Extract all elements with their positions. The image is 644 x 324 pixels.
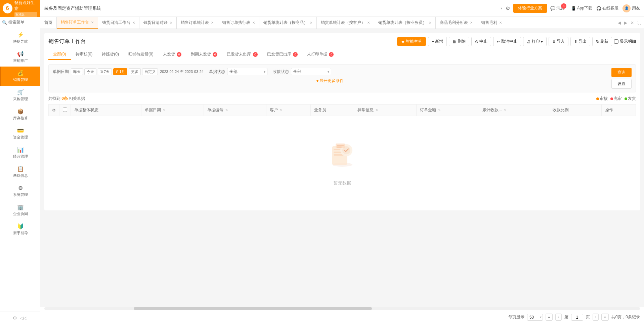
page-number-input[interactable]: 1 [571,314,583,321]
tab-close-cash-daily[interactable]: ✕ [132,21,135,25]
show-detail-checkbox[interactable] [614,39,618,44]
col-date-sort-icon[interactable]: ⇅ [163,109,166,112]
col-exception-header[interactable]: 异常信息 ⇅ [354,105,417,116]
tab-close-exec[interactable]: ✕ [252,21,255,25]
sidebar-item-finance[interactable]: 💳 资金管理 [0,124,40,143]
tab-sales-stats-staff[interactable]: 销货单统计表（按业务员） ✕ [374,17,436,29]
tab-close-margin[interactable]: ✕ [470,21,473,25]
date-btn-yesterday[interactable]: 昨天 [71,68,83,75]
tab-sales-stats-customer[interactable]: 销货单统计表（按客户） ✕ [317,17,374,29]
scrollbar-thumb[interactable] [134,307,372,310]
tab-close-stats[interactable]: ✕ [211,21,214,25]
subtab-all[interactable]: 全部(0) [48,49,71,60]
column-settings-icon[interactable]: ⚙ [52,108,56,113]
col-amount-header[interactable]: 订单金额 ⇅ [417,105,479,116]
batch-review-btn[interactable]: 审核 [596,96,608,102]
filter-expand-btn[interactable]: ▾ 展开更多条件 [316,78,344,84]
sidebar-item-marketing[interactable]: 📢 营销推广 [0,47,40,67]
col-customer-sort-icon[interactable]: ⇅ [280,109,283,112]
sidebar-item-enterprise[interactable]: 🏢 企业协同 [0,201,40,220]
col-ratio-header[interactable]: 收款比例 [549,105,602,116]
tab-sales-order-exec[interactable]: 销售订单执行表 ✕ [218,17,259,29]
tab-close-reconcile[interactable]: ✕ [170,21,172,25]
filter-payment-select[interactable]: 全部 已收款 未收款 [291,68,331,75]
prev-page-btn[interactable]: ‹ [555,314,561,321]
sidebar-item-base-info[interactable]: 📋 基础信息 [0,162,40,181]
query-btn[interactable]: 查询 [611,68,632,77]
sidebar-item-guide[interactable]: 🔰 新手引导 [0,220,40,239]
print-btn[interactable]: 🖨 打印 ▾ [523,37,547,46]
last-page-btn[interactable]: » [601,314,608,321]
select-all-checkbox[interactable] [63,108,67,112]
batch-cancel-btn[interactable]: 充审 [610,96,622,102]
scrollbar-track[interactable] [44,307,640,310]
import-btn[interactable]: ⬇ 导入 [549,37,568,46]
col-customer-header[interactable]: 客户 ⇅ [266,105,311,116]
tab-cash-daily-clear[interactable]: 钱货日清工作台 ✕ [98,17,139,29]
print-dropdown-icon[interactable]: ▾ [541,39,543,44]
sidebar-item-system[interactable]: ⚙ 系统管理 [0,181,40,201]
col-number-sort-icon[interactable]: ⇅ [225,109,228,112]
subtab-shipped-not-in[interactable]: 已发货未出库 0 [222,49,262,60]
sidebar-search[interactable]: 🔍 搜索菜单 [0,17,40,28]
sidebar-item-sales[interactable]: 💰 销售管理 [0,67,40,86]
date-btn-custom[interactable]: 自定义 [142,68,158,75]
next-page-btn[interactable]: › [593,314,599,321]
subtab-shipped-in[interactable]: 已发货已出库 0 [262,49,302,60]
tab-close-product[interactable]: ✕ [310,21,312,25]
tab-maximize-btn[interactable]: ⛶ [636,20,643,26]
page-size-select[interactable]: 10 20 50 100 [527,314,543,321]
settings-footer-btn[interactable]: ⚙ [13,315,17,321]
sidebar-item-operations[interactable]: 📊 经营管理 [0,143,40,162]
topbar-solution-btn[interactable]: 体验行业方案 [513,4,547,13]
subtab-pending-inspect[interactable]: 待拣货(0) [97,49,124,60]
col-status-header[interactable]: 单据整体状态 [71,105,141,116]
cancel-stop-btn[interactable]: ↩ 取消中止 [493,37,521,46]
date-btn-1month[interactable]: 近1月 [113,68,127,75]
subtab-not-shipped[interactable]: 未发货 0 [158,49,186,60]
sidebar-item-quick-nav[interactable]: ⚡ 快捷导航 [0,28,40,47]
col-number-header[interactable]: 单据编号 ⇅ [204,105,266,116]
col-settings-header[interactable]: ⚙ [49,105,59,116]
tab-goods-margin[interactable]: 商品毛利分析表 ✕ [436,17,477,29]
subtab-not-printed[interactable]: 未打印单据 0 [302,49,338,60]
topbar-settings-icon[interactable]: ⚙ [506,5,510,11]
col-amount-sort-icon[interactable]: ⇅ [438,109,441,112]
user-menu[interactable]: 👤 用友 [622,4,640,12]
tab-close-sales-margin[interactable]: ✕ [499,21,502,25]
stop-btn[interactable]: ⊘ 中止 [471,37,491,46]
batch-ship-btn[interactable]: 发货 [625,96,636,102]
delete-btn[interactable]: 🗑 删除 [449,37,469,46]
subtab-expired-not-shipped[interactable]: 到期未发货 0 [186,49,222,60]
message-btn[interactable]: 💬 6 消息 [550,5,564,11]
horizontal-scrollbar[interactable] [40,307,644,310]
tab-close-customer[interactable]: ✕ [367,21,370,25]
sidebar-item-purchase[interactable]: 🛒 采购管理 [0,86,40,105]
col-received-sort-icon[interactable]: ⇅ [504,109,507,112]
col-staff-header[interactable]: 业务员 [311,105,354,116]
tab-sales-order-stats[interactable]: 销售订单统计表 ✕ [177,17,218,29]
refresh-btn[interactable]: ↻ 刷新 [592,37,612,46]
subtab-wangpu[interactable]: 旺铺待发货(0) [124,49,158,60]
first-page-btn[interactable]: « [546,314,553,321]
col-checkbox-header[interactable] [59,105,71,116]
tab-sales-order-workbench[interactable]: 销售订单工作台 ✕ [57,17,98,29]
col-date-header[interactable]: 单据日期 ⇅ [141,105,204,116]
tab-close-staff[interactable]: ✕ [429,21,431,25]
filter-status-select[interactable]: 全部 待审核 已审核 [227,68,267,75]
tab-scroll-right-btn[interactable]: ▶ [623,20,629,26]
tab-cash-reconcile[interactable]: 钱货日清对账 ✕ [139,17,177,29]
tab-scroll-left-btn[interactable]: ◀ [616,20,622,26]
subtab-pending-review[interactable]: 待审核(0) [71,49,97,60]
smart-bill-btn[interactable]: ★ 智能生单 [397,37,426,46]
tab-sales-stats-product[interactable]: 销货单统计表（按商品） ✕ [259,17,317,29]
setting-btn[interactable]: 设置 [611,79,632,89]
tab-close-all-btn[interactable]: ✕ [629,20,635,26]
online-service-btn[interactable]: 🎧 在线客服 [596,5,618,11]
show-detail-label[interactable]: 显示明细 [614,39,636,44]
col-exception-sort-icon[interactable]: ⇅ [376,109,378,112]
app-download-btn[interactable]: 📱 App下载 [571,5,592,11]
date-btn-7days[interactable]: 近7天 [98,68,112,75]
tab-close-sales-order[interactable]: ✕ [91,21,94,24]
date-btn-more[interactable]: 更多 [129,68,141,75]
